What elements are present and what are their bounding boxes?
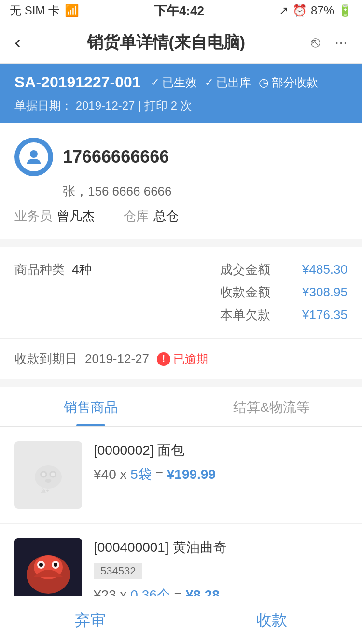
nav-icons: ⎋ ··· <box>311 33 348 51</box>
clock-icon: ◷ <box>259 76 269 89</box>
overdue-badge: ! 已逾期 <box>157 351 208 367</box>
overdue-dot-icon: ! <box>157 352 170 366</box>
svg-point-0 <box>30 150 38 158</box>
stat-value-3: ¥176.35 <box>280 308 348 322</box>
badge-partial-payment: ◷ 部分收款 <box>259 75 318 90</box>
confirm-button[interactable]: 收款 <box>181 596 362 644</box>
product-info-2: [000400001] 黄油曲奇 534532 ¥23 x 0.36个 = ¥8… <box>94 538 348 604</box>
status-left: 无 SIM 卡 📶 <box>10 3 79 18</box>
badge-effective: ✓ 已生效 <box>151 75 197 90</box>
customer-meta: 业务员 曾凡杰 仓库 总仓 <box>14 208 348 224</box>
nav-bar: ‹ 销货单详情(来自电脑) ⎋ ··· <box>0 21 362 64</box>
more-icon[interactable]: ··· <box>334 33 348 51</box>
avatar <box>14 138 53 176</box>
customer-section: 17666666666 张，156 6666 6666 业务员 曾凡杰 仓库 总… <box>0 123 362 239</box>
salesperson-name: 曾凡杰 <box>57 208 95 224</box>
product-code-2: [000400001] <box>94 540 169 555</box>
due-date-value: 2019-12-27 <box>85 351 149 366</box>
category-count: 商品种类 4种 <box>14 261 92 278</box>
badge-shipped-label: 已出库 <box>216 75 251 90</box>
customer-name-phone: 张，156 6666 6666 <box>63 183 348 200</box>
svg-point-13 <box>39 563 43 567</box>
print-info: | 打印 2 次 <box>138 99 192 112</box>
product-image-1: 鱼+ <box>14 441 82 509</box>
svg-point-5 <box>51 472 55 476</box>
category-value: 4种 <box>72 262 91 277</box>
stat-label-3: 本单欠款 <box>220 307 270 323</box>
stat-row-1: 成交金额 ¥485.30 <box>220 261 348 278</box>
product-title-2: 黄油曲奇 <box>173 540 227 555</box>
customer-phone: 17666666666 <box>63 147 169 167</box>
product-code-1: [0000002] <box>94 443 154 458</box>
check-icon-1: ✓ <box>151 76 159 89</box>
customer-row: 17666666666 <box>14 138 348 176</box>
product-tag-2: 534532 <box>94 563 142 579</box>
svg-text:鱼+: 鱼+ <box>41 488 49 493</box>
svg-point-1 <box>35 465 62 489</box>
bottom-bar: 弃审 收款 <box>0 596 362 644</box>
stats-right: 成交金额 ¥485.30 收款金额 ¥308.95 本单欠款 ¥176.35 <box>220 261 348 323</box>
salesperson-item: 业务员 曾凡杰 <box>14 208 95 224</box>
tab-settlement-label: 结算&物流等 <box>233 400 310 415</box>
wifi-icon: 📶 <box>65 4 79 17</box>
stat-value-2: ¥308.95 <box>280 285 348 300</box>
order-date: 2019-12-27 <box>76 99 135 112</box>
product-name-1: [0000002] 面包 <box>94 441 348 460</box>
location-icon: ↗ <box>279 4 289 17</box>
cancel-label: 弃审 <box>75 610 106 631</box>
due-date-label: 收款到期日 <box>14 350 77 367</box>
category-label: 商品种类 <box>14 262 65 277</box>
status-badges: ✓ 已生效 ✓ 已出库 ◷ 部分收款 <box>151 75 318 90</box>
svg-point-6 <box>45 479 52 483</box>
cancel-button[interactable]: 弃审 <box>0 596 181 644</box>
tab-products[interactable]: 销售商品 <box>0 387 181 426</box>
back-button[interactable]: ‹ <box>14 31 21 53</box>
status-right: ↗ ⏰ 87% 🔋 <box>279 4 352 17</box>
battery-label: 87% <box>311 4 334 17</box>
tab-settlement[interactable]: 结算&物流等 <box>181 387 362 426</box>
list-item: 鱼+ [0000002] 面包 ¥40 x 5袋 = ¥199.99 <box>0 427 362 524</box>
product-placeholder-icon: 鱼+ <box>29 456 68 494</box>
avatar-icon <box>19 142 48 171</box>
product-title-1: 面包 <box>157 443 184 458</box>
price-qty-1: 5袋 <box>130 467 152 482</box>
tab-products-label: 销售商品 <box>64 400 118 415</box>
product-info-1: [0000002] 面包 ¥40 x 5袋 = ¥199.99 <box>94 441 348 484</box>
alarm-icon: ⏰ <box>292 4 307 17</box>
order-header: SA-20191227-001 ✓ 已生效 ✓ 已出库 ◷ 部分收款 单据日期：… <box>0 64 362 123</box>
price-total-1: ¥199.99 <box>167 467 216 482</box>
warehouse-item: 仓库 总仓 <box>124 208 179 224</box>
product-price-1: ¥40 x 5袋 = ¥199.99 <box>94 465 348 484</box>
badge-partial-label: 部分收款 <box>272 75 318 90</box>
stat-value-1: ¥485.30 <box>280 262 348 277</box>
no-sim-label: 无 SIM 卡 <box>10 3 60 18</box>
overdue-label: 已逾期 <box>173 351 208 367</box>
tabs-section: 销售商品 结算&物流等 <box>0 387 362 427</box>
status-time: 下午4:42 <box>154 2 204 19</box>
badge-effective-label: 已生效 <box>162 75 197 90</box>
check-icon-2: ✓ <box>205 76 213 89</box>
stat-row-2: 收款金额 ¥308.95 <box>220 284 348 301</box>
confirm-label: 收款 <box>256 610 287 631</box>
stats-section: 商品种类 4种 成交金额 ¥485.30 收款金额 ¥308.95 本单欠款 ¥… <box>0 247 362 338</box>
product-list: 鱼+ [0000002] 面包 ¥40 x 5袋 = ¥199.99 <box>0 427 362 621</box>
svg-point-14 <box>54 563 57 567</box>
share-icon[interactable]: ⎋ <box>311 33 320 51</box>
warehouse-name: 总仓 <box>153 208 179 224</box>
date-label: 单据日期： <box>14 99 72 112</box>
price-eq-1: = <box>155 467 167 482</box>
order-date-row: 单据日期： 2019-12-27 | 打印 2 次 <box>14 98 348 113</box>
stat-label-1: 成交金额 <box>220 261 270 278</box>
stat-row-3: 本单欠款 ¥176.35 <box>220 307 348 323</box>
salesperson-label: 业务员 <box>14 208 52 224</box>
warehouse-label: 仓库 <box>124 208 149 224</box>
due-date-section: 收款到期日 2019-12-27 ! 已逾期 <box>0 338 362 379</box>
badge-shipped: ✓ 已出库 <box>205 75 251 90</box>
order-id: SA-20191227-001 <box>14 73 141 91</box>
svg-point-4 <box>42 472 45 476</box>
stat-label-2: 收款金额 <box>220 284 270 301</box>
product-name-2: [000400001] 黄油曲奇 <box>94 538 348 557</box>
page-title: 销货单详情(来自电脑) <box>87 31 246 54</box>
price-base-1: ¥40 x <box>94 467 130 482</box>
battery-icon: 🔋 <box>338 4 352 17</box>
